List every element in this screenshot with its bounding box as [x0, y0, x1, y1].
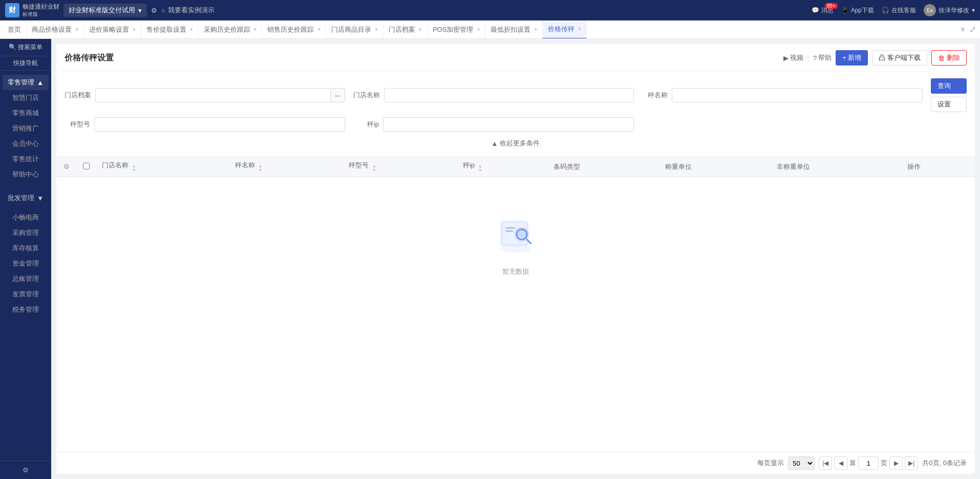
app-download-button[interactable]: 📱 App下载 [841, 6, 874, 15]
online-service-button[interactable]: 🎧 在线客服 [882, 6, 916, 15]
sidebar-item-retail-mall[interactable]: 零售商城 [3, 105, 49, 121]
scale-name-input[interactable] [672, 88, 923, 102]
chevron-down-icon: ▾ [138, 7, 142, 14]
tab-bar-controls: × ⤢ [961, 25, 980, 34]
shop-file-label: 门店档案 [65, 91, 91, 100]
tab-price-setting[interactable]: 商品价格设置 × [27, 20, 84, 39]
content-area: 价格传秤设置 ▶ 视频 | ? 帮助 + 新增 凸 客户端下载 [51, 39, 980, 479]
sidebar-item-smart-shop[interactable]: 智慧门店 [3, 90, 49, 105]
col-scale-model[interactable]: 秤型号 ▲▼ [343, 157, 457, 177]
sidebar-section-retail: 零售管理 ▲ 智慧门店 零售商城 营销推广 会员中心 零售统计 帮助中心 [0, 71, 51, 186]
sidebar-item-finance[interactable]: 资金管理 [0, 256, 51, 271]
close-icon[interactable]: × [75, 27, 78, 32]
last-page-button[interactable]: ▶| [905, 456, 918, 470]
close-icon[interactable]: × [375, 27, 378, 32]
version-dropdown[interactable]: 好业财标准版交付试用 ▾ [63, 4, 147, 17]
sidebar-item-invoice[interactable]: 发票管理 [0, 287, 51, 302]
tab-shop-file[interactable]: 门店档案 × [384, 20, 428, 39]
demo-link[interactable]: ○ 我要看实例演示 [161, 6, 215, 15]
messages-badge: 99+ [825, 3, 838, 9]
sidebar-item-tax[interactable]: 税务管理 [0, 302, 51, 317]
demo-icon: ○ [161, 7, 165, 14]
prev-page-button[interactable]: ◀ [834, 456, 847, 470]
help-link[interactable]: ? 帮助 [813, 53, 832, 62]
sidebar-item-ecommerce[interactable]: 小畅电商 [0, 210, 51, 225]
sidebar-item-member[interactable]: 会员中心 [3, 136, 49, 151]
scale-ip-input[interactable] [383, 117, 634, 132]
first-page-button[interactable]: |◀ [819, 456, 832, 470]
close-icon[interactable]: × [317, 27, 321, 32]
sidebar-settings[interactable]: ⚙ [0, 461, 51, 479]
select-all-checkbox[interactable] [83, 163, 90, 169]
shop-file-browse-button[interactable]: ··· [331, 88, 345, 102]
tab-min-discount[interactable]: 最低折扣设置 × [485, 20, 543, 39]
user-menu[interactable]: Ea 徐泽华修改 ▾ [924, 4, 975, 16]
sidebar-search[interactable]: 🔍 搜索菜单 [0, 39, 51, 56]
filter-row-1: 门店档案 ··· 门店名称 秤名称 [65, 78, 967, 112]
table-container: ⚙ 门店名称 ▲▼ 秤名称 ▲▼ [56, 157, 975, 452]
sidebar-item-marketing[interactable]: 营销推广 [3, 121, 49, 136]
tab-price-scale[interactable]: 价格传秤 × [543, 20, 587, 39]
sidebar-section-wholesale: 批发管理 ▼ [0, 186, 51, 210]
close-tab-button[interactable]: × [961, 25, 965, 34]
tab-bar: 首页 商品价格设置 × 进价策略设置 × 售价提取设置 × 采购历史价跟踪 × … [0, 20, 980, 39]
download-button[interactable]: 凸 客户端下载 [872, 50, 927, 66]
table-settings-icon[interactable]: ⚙ [63, 163, 70, 170]
tab-shop-catalog[interactable]: 门店商品目录 × [326, 20, 384, 39]
page-unit: 页 [881, 459, 887, 468]
headset-icon: 🎧 [882, 7, 889, 14]
delete-button[interactable]: 🗑 删除 [931, 50, 967, 66]
action-buttons: 查询 设置 [931, 78, 967, 112]
settings-icon[interactable]: ⚙ [151, 7, 157, 14]
close-icon[interactable]: × [419, 27, 422, 32]
top-bar-left: 财 畅捷通好业财 标准版 好业财标准版交付试用 ▾ ⚙ ○ 我要看实例演示 [5, 3, 215, 18]
next-page-button[interactable]: ▶ [889, 456, 903, 470]
sidebar-item-retail-stats[interactable]: 零售统计 [3, 151, 49, 167]
tab-purchase-history[interactable]: 采购历史价跟踪 × [199, 20, 263, 39]
col-scale-ip: 秤ip ▲▼ [457, 157, 547, 177]
page-number-input[interactable] [858, 456, 879, 470]
close-icon[interactable]: × [190, 27, 193, 32]
close-icon[interactable]: × [254, 27, 257, 32]
delete-icon: 🗑 [938, 54, 945, 62]
top-bar-right: 💬 消息 99+ 📱 App下载 🎧 在线客服 Ea 徐泽华修改 ▾ [812, 4, 975, 16]
messages-button[interactable]: 💬 消息 99+ [812, 6, 834, 15]
tab-sale-price[interactable]: 售价提取设置 × [141, 20, 199, 39]
close-icon[interactable]: × [534, 27, 537, 32]
play-icon: ▶ [783, 54, 789, 62]
tab-sale-history[interactable]: 销售历史价跟踪 × [262, 20, 326, 39]
settings-button[interactable]: 设置 [931, 97, 967, 112]
logo-area: 财 畅捷通好业财 标准版 [5, 3, 59, 18]
tab-home[interactable]: 首页 [3, 20, 27, 39]
app-icon: 📱 [841, 7, 849, 14]
sidebar-item-general-ledger[interactable]: 总账管理 [0, 271, 51, 287]
sidebar-section-wholesale-title[interactable]: 批发管理 ▼ [3, 190, 49, 206]
sidebar-item-purchase[interactable]: 采购管理 [0, 225, 51, 241]
add-button[interactable]: + 新增 [836, 50, 868, 66]
query-button[interactable]: 查询 [931, 78, 967, 94]
close-icon[interactable]: × [578, 26, 581, 32]
tab-pos-mgmt[interactable]: POS加密管理 × [428, 20, 485, 39]
close-icon[interactable]: × [133, 27, 136, 32]
sidebar-item-inventory[interactable]: 库存核算 [0, 241, 51, 256]
shop-name-input[interactable] [384, 88, 634, 102]
sidebar-quicknav[interactable]: 快捷导航 [0, 56, 51, 71]
close-icon[interactable]: × [477, 27, 480, 32]
empty-icon [490, 208, 541, 259]
col-shop-name[interactable]: 门店名称 ▲▼ [96, 157, 229, 177]
chevron-down-icon: ▾ [972, 7, 975, 14]
video-link[interactable]: ▶ 视频 [783, 53, 803, 62]
col-scale-name[interactable]: 秤名称 ▲▼ [229, 157, 343, 177]
scale-model-label: 秤型号 [65, 120, 90, 129]
page-size-select[interactable]: 10 20 50 100 [788, 456, 815, 470]
pagination-bar: 每页显示 10 20 50 100 |◀ ◀ 算 页 ▶ ▶| 共0页, 0条记… [56, 452, 975, 474]
tab-purchase-strategy[interactable]: 进价策略设置 × [84, 20, 141, 39]
page-header-actions: ▶ 视频 | ? 帮助 + 新增 凸 客户端下载 🗑 [783, 50, 967, 66]
sidebar-section-retail-title[interactable]: 零售管理 ▲ [3, 75, 49, 90]
maximize-tab-button[interactable]: ⤢ [969, 25, 976, 34]
collapse-button[interactable]: ▲ 收起更多条件 [65, 137, 967, 150]
table-header-row: ⚙ 门店名称 ▲▼ 秤名称 ▲▼ [56, 157, 975, 177]
sidebar-item-help-center[interactable]: 帮助中心 [3, 167, 49, 182]
shop-file-input[interactable] [95, 88, 331, 102]
scale-model-input[interactable] [94, 117, 345, 132]
